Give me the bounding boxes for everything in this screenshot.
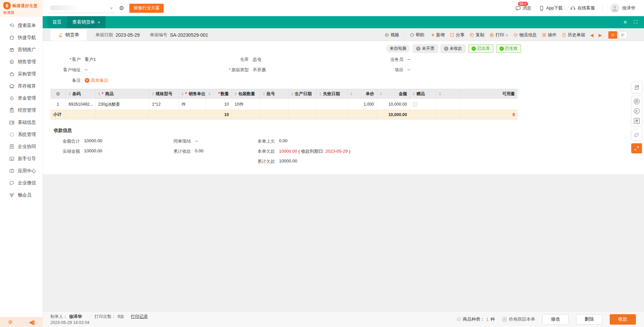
copy-button[interactable]: 复制: [470, 32, 484, 38]
gift-checkbox[interactable]: [413, 102, 417, 107]
col-product[interactable]: *商品: [95, 89, 149, 99]
col-unit[interactable]: *销售单位: [179, 89, 206, 99]
col-price[interactable]: 单价: [348, 89, 377, 99]
trial-solution-button[interactable]: 体验行业方案: [129, 4, 164, 13]
svg-text:新: 新: [11, 158, 13, 160]
col-pack-qty[interactable]: 包装数量: [232, 89, 260, 99]
col-extra[interactable]: [436, 89, 460, 99]
table-row[interactable]: 1 692610492... 230g冰醋姜 1*12 件 10 10件 1,0…: [50, 99, 518, 110]
sidebar-item-label: 采购管理: [18, 71, 36, 77]
help-button[interactable]: ? 帮助: [410, 32, 425, 38]
col-barcode[interactable]: 条码: [66, 89, 95, 99]
add-remark-button[interactable]: + 添加备注: [85, 77, 108, 83]
fullscreen-icon[interactable]: [633, 20, 638, 25]
col-batch[interactable]: 批号: [260, 89, 288, 99]
sidebar-item-app-center[interactable]: 应用中心: [0, 165, 42, 177]
delete-button[interactable]: 删除: [576, 314, 602, 325]
brand-name: 畅捷通好生意: [12, 3, 38, 9]
close-all-icon[interactable]: ✕: [623, 20, 627, 25]
sidebar-item-label: 新手引导: [18, 156, 36, 162]
footer-meta: 制单人：徐泽华 打印次数：0次 打印记录 2023-05-29 14:02:04: [50, 314, 148, 325]
logistics-icon: [513, 33, 518, 37]
sidebar-item-base-info[interactable]: 基础信息: [0, 116, 42, 129]
add-button[interactable]: + 新增: [432, 32, 445, 38]
app-download-button[interactable]: App下载: [539, 5, 563, 11]
modify-button[interactable]: 修改: [542, 314, 569, 325]
sidebar-item-system-mgmt[interactable]: 系统管理: [0, 129, 42, 141]
tab-view-sales-order[interactable]: 查看销货单 ×: [67, 16, 106, 28]
cell-unit: 件: [179, 99, 206, 110]
online-service-button[interactable]: 在线客服: [570, 5, 595, 11]
sidebar-item-funds[interactable]: ¥ 资金管理: [0, 92, 42, 104]
history-circle-icon[interactable]: 历: [634, 99, 640, 104]
project-value[interactable]: --: [407, 67, 410, 72]
page-tab-bar: 首页 查看销货单 × ✕: [43, 16, 644, 28]
source-badge: 来自电脑: [386, 45, 410, 52]
cumulative-owed-field: 累计欠款10000.00: [249, 158, 521, 165]
org-selector[interactable]: ∨: [49, 3, 114, 13]
sidebar-item-purchase-mgmt[interactable]: 采购管理: [0, 68, 42, 80]
doc-note-icon[interactable]: [634, 84, 640, 90]
print-button[interactable]: 打印 ∨: [489, 32, 508, 38]
history-docs-button[interactable]: 历史单据: [562, 32, 585, 38]
messages-button[interactable]: 99 + 消息: [515, 5, 531, 11]
checked-checkbox-icon[interactable]: ✓: [502, 317, 507, 322]
close-tab-icon[interactable]: ×: [98, 20, 100, 25]
sidebar-item-enterprise-collab[interactable]: 企业协同: [0, 141, 42, 153]
col-prod-date[interactable]: 生产日期: [288, 89, 317, 99]
due-date: 2023-05-29: [325, 149, 348, 154]
column-settings-header[interactable]: ⚙: [50, 89, 66, 99]
sidebar-item-wecom[interactable]: 企业微信: [0, 177, 42, 189]
sidebar-item-inventory[interactable]: 库存核算: [0, 80, 42, 92]
col-amount[interactable]: 金额: [377, 89, 410, 99]
col-gift[interactable]: 赠品: [410, 89, 436, 99]
col-available[interactable]: 可用量: [460, 89, 518, 99]
col-qty[interactable]: *数量: [206, 89, 232, 99]
print-log-link[interactable]: 打印记录: [131, 314, 148, 320]
attachment-paperclip-icon[interactable]: [634, 132, 640, 138]
sidebar-item-business-mgmt[interactable]: 经营管理: [0, 104, 42, 116]
sidebar-item-search-menu[interactable]: 搜索菜单: [0, 20, 42, 32]
doc-tab-sales-order[interactable]: 销货单: [50, 29, 87, 41]
cell-expire-date: [317, 99, 348, 110]
logistics-button[interactable]: 物流信息: [513, 32, 537, 38]
customer-value[interactable]: 客户1: [85, 57, 96, 63]
document-body: 来自电脑 !未开票 !未收款 ✓已出库 ✓已生效 *客户 客户1 仓库 总仓: [43, 41, 644, 174]
coupon-icon[interactable]: 券: [634, 118, 640, 124]
share-button[interactable]: 分享: [450, 32, 465, 38]
warehouse-field: 仓库 总仓: [218, 57, 373, 64]
prev-doc-icon[interactable]: ◀: [590, 33, 594, 38]
avatar: [610, 3, 619, 13]
sidebar-item-newbie-guide[interactable]: 新 新手引导: [0, 153, 42, 165]
expand-panel-icon[interactable]: [631, 143, 642, 153]
salesman-value[interactable]: --: [407, 57, 410, 62]
settings-gear-icon[interactable]: ⚙: [8, 320, 12, 325]
collapse-sidebar-icon[interactable]: ◀||: [29, 320, 35, 325]
invoice-type-value[interactable]: 不开票: [253, 67, 266, 73]
actions-button[interactable]: 操作: [542, 32, 557, 38]
col-spec[interactable]: 规格型号: [149, 89, 179, 99]
payment-info-section: 收款信息 金额合计10000.00 同单现结-- 本单上欠0.00 实销金额10…: [50, 128, 521, 165]
col-expire-date[interactable]: 失效日期: [317, 89, 348, 99]
header-gear-icon[interactable]: ⚙: [119, 5, 124, 12]
sidebar-item-quick-nav[interactable]: 快捷导航: [0, 32, 42, 44]
list-view-button[interactable]: [608, 31, 617, 39]
receive-payment-button[interactable]: 收款: [610, 314, 636, 325]
sidebar: 6 畅捷通好生意 标准版 搜索菜单 快捷导航 营销推广 $ 销售管理: [0, 0, 43, 327]
next-doc-icon[interactable]: ▶: [599, 33, 602, 38]
warehouse-value[interactable]: 总仓: [253, 57, 261, 63]
sidebar-item-sales-mgmt[interactable]: $ 销售管理: [0, 56, 42, 68]
address-value[interactable]: --: [85, 67, 88, 72]
video-button[interactable]: 视频: [385, 32, 399, 38]
owed-circle-icon[interactable]: 欠: [634, 108, 640, 114]
sidebar-item-member[interactable]: 畅会员: [0, 189, 42, 201]
check-icon: ✓: [472, 46, 476, 51]
customer-field: *客户 客户1: [50, 57, 218, 64]
id-card-icon: [9, 119, 15, 125]
right-side-tools: 历 欠 券: [631, 82, 642, 153]
card-view-button[interactable]: [618, 31, 627, 39]
price-track-option[interactable]: ✓ 价格跟踪本单: [502, 316, 535, 322]
tab-home[interactable]: 首页: [47, 16, 67, 28]
sidebar-item-marketing[interactable]: 营销推广: [0, 44, 42, 56]
user-menu[interactable]: 徐泽华: [610, 3, 635, 13]
